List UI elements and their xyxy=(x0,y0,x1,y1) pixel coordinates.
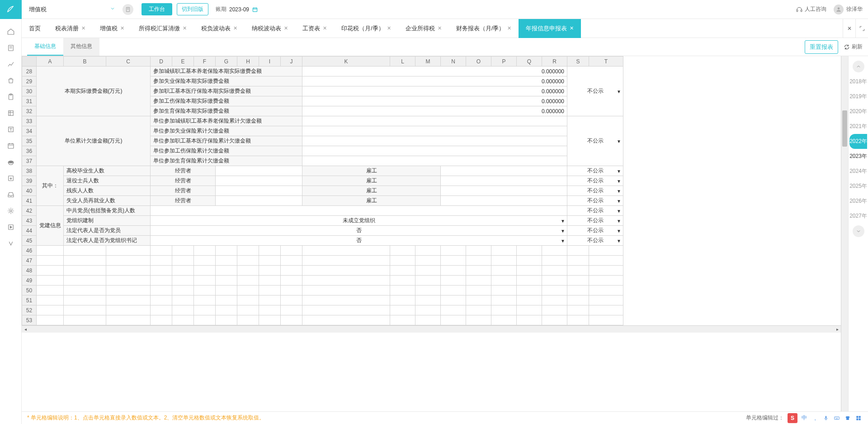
tab-item[interactable]: 税负波动表✕ xyxy=(194,19,245,38)
year-item[interactable]: 2018年 xyxy=(849,74,867,89)
tab-item[interactable]: 税表清册✕ xyxy=(48,19,93,38)
tab-item[interactable]: 财务报表（月/季）✕ xyxy=(449,19,519,38)
value-cell[interactable]: 未成立党组织▼ xyxy=(151,216,567,226)
tab-item[interactable]: 年报信息申报表✕ xyxy=(519,19,581,38)
value-cell[interactable] xyxy=(216,186,302,196)
tab-close-icon[interactable]: ✕ xyxy=(284,25,288,31)
tab-item[interactable]: 企业所得税✕ xyxy=(398,19,449,38)
nav-home-icon[interactable] xyxy=(0,24,22,40)
value-cell[interactable]: 0.000000 xyxy=(302,76,567,86)
tab-close-icon[interactable]: ✕ xyxy=(387,25,391,31)
tab-item[interactable]: 纳税波动表✕ xyxy=(245,19,295,38)
nav-form-icon[interactable] xyxy=(0,105,22,121)
tab-close-icon[interactable]: ✕ xyxy=(120,25,124,31)
publish-cell[interactable]: 不公示▼ xyxy=(567,186,623,196)
subtab-other[interactable]: 其他信息 xyxy=(63,38,99,56)
consult-button[interactable]: 人工咨询 xyxy=(796,5,826,13)
ime-lang-icon[interactable]: 中 xyxy=(800,414,808,422)
tab-close-icon[interactable]: ✕ xyxy=(570,25,574,31)
ime-mic-icon[interactable] xyxy=(822,414,830,422)
tab-item[interactable]: 印花税（月/季）✕ xyxy=(334,19,398,38)
publish-cell[interactable]: 不公示▼ xyxy=(567,196,623,206)
value-cell[interactable]: 0.000000 xyxy=(302,106,567,116)
nav-v-icon[interactable] xyxy=(0,235,22,252)
value-cell[interactable] xyxy=(441,176,567,186)
value-cell[interactable] xyxy=(216,166,302,176)
tab-close-icon[interactable]: ✕ xyxy=(438,25,442,31)
tab-close-icon[interactable]: ✕ xyxy=(233,25,237,31)
value-cell[interactable] xyxy=(441,186,567,196)
value-cell[interactable] xyxy=(441,166,567,176)
publish-cell[interactable]: 不公示▼ xyxy=(567,216,623,226)
tab-item[interactable]: 工资表✕ xyxy=(295,19,334,38)
nav-bowl-icon[interactable] xyxy=(0,154,22,170)
year-item[interactable]: 2022年 xyxy=(849,134,867,149)
tab-close-icon[interactable]: ✕ xyxy=(507,25,511,31)
nav-calendar-icon[interactable] xyxy=(0,138,22,154)
company-dropdown-icon[interactable] xyxy=(110,6,115,13)
ime-toolbox-icon[interactable] xyxy=(854,414,863,422)
nav-bag-icon[interactable] xyxy=(0,72,22,89)
switch-version-button[interactable]: 切到旧版 xyxy=(177,3,208,15)
spreadsheet[interactable]: ABCDEFGHIJKLMNOPQRST28本期实际缴费金额(万元)参加城镇职工… xyxy=(22,56,841,411)
value-cell[interactable] xyxy=(216,176,302,186)
value-cell[interactable]: 否▼ xyxy=(151,236,567,246)
year-item[interactable]: 2026年 xyxy=(849,194,867,209)
expand-icon[interactable] xyxy=(855,19,868,38)
value-cell[interactable] xyxy=(302,146,567,156)
nav-inbox-icon[interactable] xyxy=(0,186,22,203)
value-cell[interactable] xyxy=(441,196,567,206)
value-cell[interactable]: 0.000000 xyxy=(302,67,567,76)
app-logo[interactable] xyxy=(0,0,22,19)
vertical-scrollbar[interactable] xyxy=(841,56,848,411)
publish-cell[interactable]: 不公示▼ xyxy=(567,176,623,186)
value-cell[interactable] xyxy=(302,136,567,146)
year-item[interactable]: 2027年 xyxy=(849,209,867,224)
calendar-icon[interactable] xyxy=(252,6,258,13)
value-cell[interactable]: 0.000000 xyxy=(302,96,567,106)
ime-skin-icon[interactable] xyxy=(844,414,852,422)
tab-close-icon[interactable]: ✕ xyxy=(183,25,187,31)
subtab-basic[interactable]: 基础信息 xyxy=(27,38,63,56)
value-cell[interactable] xyxy=(302,116,567,126)
year-item[interactable]: 2024年 xyxy=(849,164,867,179)
publish-cell[interactable]: 不公示▼ xyxy=(567,226,623,236)
value-cell[interactable]: 否▼ xyxy=(151,226,567,236)
publish-cell[interactable]: 不公示▼ xyxy=(567,67,623,116)
tab-close-icon[interactable]: ✕ xyxy=(81,25,85,31)
nav-export-icon[interactable] xyxy=(0,170,22,186)
publish-cell[interactable]: 不公示▼ xyxy=(567,166,623,176)
refresh-button[interactable]: 刷新 xyxy=(844,43,863,51)
value-cell[interactable] xyxy=(216,196,302,206)
publish-cell[interactable]: 不公示▼ xyxy=(567,236,623,246)
value-cell[interactable] xyxy=(302,156,567,166)
nav-doc-icon[interactable] xyxy=(0,40,22,56)
year-item[interactable]: 2025年 xyxy=(849,179,867,194)
ime-keyboard-icon[interactable] xyxy=(833,414,841,422)
publish-cell[interactable]: 不公示▼ xyxy=(567,206,623,216)
nav-chart-icon[interactable] xyxy=(0,56,22,72)
value-cell[interactable] xyxy=(302,126,567,136)
ime-punct-icon[interactable]: ‚ xyxy=(811,414,819,422)
value-cell[interactable]: 0.000000 xyxy=(302,86,567,96)
tab-item[interactable]: 首页 xyxy=(22,19,48,38)
publish-cell[interactable]: 不公示▼ xyxy=(567,116,623,166)
period-value[interactable]: 2023-09 xyxy=(229,6,249,13)
year-item[interactable]: 2023年 xyxy=(849,149,867,164)
nav-play-icon[interactable] xyxy=(0,219,22,235)
nav-clipboard-icon[interactable] xyxy=(0,89,22,105)
user-menu[interactable]: 徐泽华 xyxy=(834,5,863,14)
year-item[interactable]: 2019年 xyxy=(849,89,867,104)
year-up-icon[interactable] xyxy=(853,61,864,72)
workspace-button[interactable]: 工作台 xyxy=(142,3,172,15)
tab-item[interactable]: 增值税✕ xyxy=(93,19,132,38)
value-cell[interactable] xyxy=(151,206,567,216)
nav-t-icon[interactable] xyxy=(0,121,22,138)
year-item[interactable]: 2020年 xyxy=(849,104,867,119)
nav-settings-icon[interactable] xyxy=(0,203,22,219)
note-icon[interactable] xyxy=(123,4,133,15)
reset-report-button[interactable]: 重置报表 xyxy=(805,40,838,54)
company-selector[interactable]: 增值税 xyxy=(29,5,47,14)
tab-item[interactable]: 所得税汇算清缴✕ xyxy=(132,19,194,38)
ime-badge-icon[interactable]: S xyxy=(788,413,797,423)
